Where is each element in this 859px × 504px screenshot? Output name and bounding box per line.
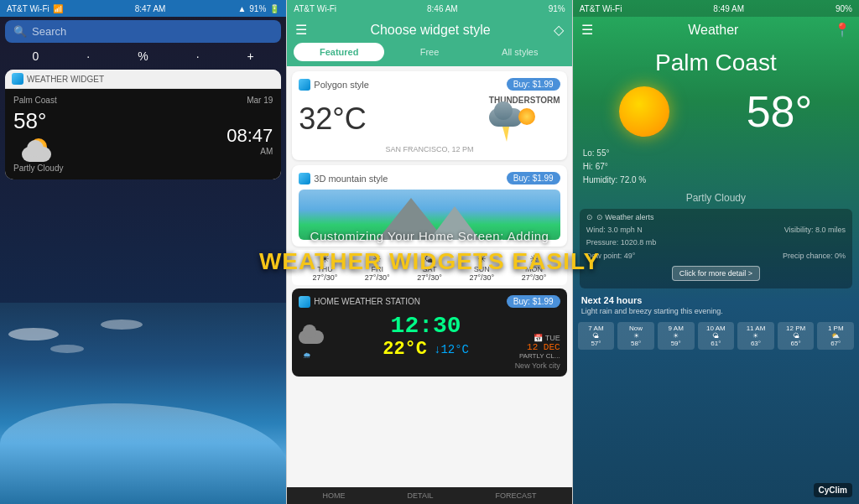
tab-featured[interactable]: Featured	[294, 43, 384, 61]
cloud-rain-icon: 🌧	[299, 330, 332, 360]
phone3-title: Weather	[688, 23, 738, 38]
storm-icon	[489, 108, 535, 142]
hour-1pm: 1 PM ⛅ 67°	[817, 322, 854, 350]
hour-11am-time: 11 AM	[742, 325, 770, 332]
tab-all-styles[interactable]: All styles	[475, 43, 565, 61]
phone1-ampm: AM	[226, 147, 273, 156]
hour-now-time: Now	[622, 325, 650, 332]
phone3-next24: Next 24 hours Light rain and breezy star…	[573, 292, 859, 319]
phone3-dew: Dew point: 49°	[586, 250, 636, 262]
weather-widget-icon	[12, 73, 23, 85]
search-icon: 🔍	[13, 25, 27, 38]
phone3-status-bar: AT&T Wi-Fi 8:49 AM 90%	[573, 0, 859, 17]
nav-detail[interactable]: DETAIL	[408, 491, 434, 500]
forecast-mon-temp: 27°/30°	[522, 273, 547, 282]
phone1: AT&T Wi-Fi 📶 8:47 AM ▲ 91% 🔋 🔍 Search 0 …	[0, 0, 286, 504]
hour-now: Now ☀ 58°	[617, 322, 654, 350]
polygon-icon	[299, 79, 310, 91]
phone1-weather-card: Palm Coast Mar 19 58° Partly Cloudy 08:4…	[5, 89, 281, 179]
hour-12pm: 12 PM 🌤 65°	[778, 322, 815, 350]
hour-10am-temp: 61°	[702, 340, 731, 347]
phone2-card3-title: HOME WEATHER STATION	[314, 297, 420, 306]
cyclim-badge: CyClim	[814, 483, 852, 497]
forecast-sun-temp: 27°/30°	[469, 273, 494, 282]
hour-1pm-temp: 67°	[821, 340, 850, 347]
forecast-fri-day: FRI	[365, 265, 390, 273]
phone1-percent: %	[138, 49, 148, 63]
phone3-wind: Wind: 3.0 mph N	[586, 224, 643, 236]
phone2-card2-buy[interactable]: Buy: $1.99	[507, 172, 560, 184]
digital-date-day: 📅 TUE	[519, 334, 560, 342]
diamond-icon: ◇	[554, 22, 564, 38]
location-pin-icon[interactable]: 📍	[834, 22, 851, 38]
phone1-wifi-icon: 📶	[53, 4, 63, 13]
digital-date: 12 DEC	[519, 342, 560, 352]
forecast-mon-day: MON	[522, 265, 547, 273]
phone3-temperature: 58°	[747, 86, 813, 137]
phone2-card1-temp: 32°C	[299, 101, 366, 137]
forecast-fri: ☀ FRI 27°/30°	[365, 253, 390, 282]
digital-temperature: 22°C	[383, 339, 427, 360]
phone2-time: 8:46 AM	[427, 4, 458, 13]
more-detail-button[interactable]: Click for more detail >	[672, 266, 760, 281]
nav-home[interactable]: HOME	[322, 491, 345, 500]
phone2-card1: Polygon style Buy: $1.99 32°C THUNDERSTO…	[292, 71, 566, 160]
phone2-title: Choose widget style	[370, 23, 490, 38]
tab-free[interactable]: Free	[384, 43, 475, 61]
phone1-date: Mar 19	[247, 96, 273, 105]
phone2-forecast: ☀ THU 27°/30° ☀ FRI 27°/30° 🌤 SAT 27°/30…	[292, 250, 566, 285]
forecast-fri-temp: 27°/30°	[365, 273, 390, 282]
phone3-visibility: Visibility: 8.0 miles	[784, 224, 846, 236]
phone2-card1-title: Polygon style	[314, 80, 368, 90]
digital-clock: 12:30	[383, 313, 469, 339]
phone1-dot2: ·	[196, 49, 200, 63]
phone3-condition: Partly Cloudy	[573, 190, 859, 205]
wave	[0, 403, 286, 504]
hour-10am-time: 10 AM	[702, 325, 731, 332]
phone1-widget: WEATHER WIDGET Palm Coast Mar 19 58° Par…	[5, 70, 281, 179]
mountain-peak2	[430, 206, 480, 240]
hour-7am-time: 7 AM	[582, 325, 611, 332]
phone3-battery: 90%	[836, 4, 852, 13]
hour-7am-temp: 57°	[582, 340, 611, 347]
phone1-search-bar[interactable]: 🔍 Search	[5, 20, 281, 43]
alert-icon: ⊙	[586, 213, 593, 221]
digital-temperature2: ↓12°C	[434, 343, 469, 356]
hour-1pm-time: 1 PM	[821, 325, 850, 332]
home-weather-icon	[299, 296, 310, 308]
phone3-lo: Lo: 55°	[583, 147, 849, 160]
forecast-mon: ☀ MON 27°/30°	[522, 253, 547, 282]
phone3-pressure: Pressure: 1020.8 mb	[586, 236, 657, 249]
phone3-weather-alerts: ⊙ ⊙ Weather alerts Wind: 3.0 mph N Visib…	[580, 209, 852, 288]
phone1-plus: +	[247, 49, 254, 63]
hamburger-icon-p3[interactable]: ☰	[581, 22, 593, 38]
nav-forecast[interactable]: FORECAST	[496, 491, 537, 500]
phone1-carrier: AT&T Wi-Fi	[7, 4, 49, 13]
phone2-status-bar: AT&T Wi-Fi 8:46 AM 91%	[287, 0, 571, 17]
phone1-battery: 91%	[249, 4, 266, 13]
phone2-card1-footer: SAN FRANCISCO, 12 PM	[299, 145, 560, 153]
phone3-header: ☰ Weather 📍	[573, 17, 859, 43]
phone2-card1-buy[interactable]: Buy: $1.99	[507, 78, 560, 91]
phone1-time: 8:47 AM	[135, 4, 166, 13]
screenshots-grid: AT&T Wi-Fi 📶 8:47 AM ▲ 91% 🔋 🔍 Search 0 …	[0, 0, 859, 504]
forecast-thu-temp: 27°/30°	[313, 273, 338, 282]
hour-12pm-time: 12 PM	[782, 325, 810, 332]
phone2-card2: 3D mountain style Buy: $1.99	[292, 165, 566, 247]
hour-7am: 7 AM 🌤 57°	[578, 322, 615, 350]
hour-9am-temp: 59°	[662, 340, 690, 347]
phone3-time: 8:49 AM	[713, 4, 744, 13]
phone2: AT&T Wi-Fi 8:46 AM 91% ☰ Choose widget s…	[286, 0, 572, 504]
phone3-humidity: Humidity: 72.0 %	[583, 174, 849, 187]
phone2-tabs: Featured Free All styles	[287, 43, 571, 66]
hour-9am-time: 9 AM	[662, 325, 690, 332]
phone3-main-weather: 58°	[573, 80, 859, 143]
phone1-dot: ·	[86, 49, 90, 63]
phone2-card3-buy[interactable]: Buy: $1.99	[507, 295, 560, 308]
mountain-icon	[299, 173, 310, 184]
phone1-description: Partly Cloudy	[13, 164, 63, 173]
forecast-sun: ☀ SUN 27°/30°	[469, 253, 494, 282]
phone1-location: Palm Coast	[13, 96, 57, 105]
card3-condition: PARTLY CL...	[519, 352, 560, 360]
hamburger-icon[interactable]: ☰	[295, 22, 307, 38]
